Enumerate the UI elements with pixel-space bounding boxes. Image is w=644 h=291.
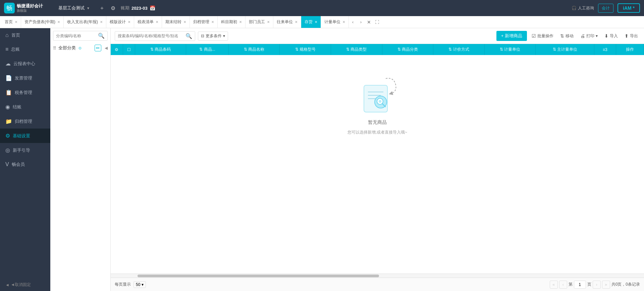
settings-icon[interactable]: ⚙ [109,4,117,13]
products-toolbar: 🔍 ⊟ 更多条件 ▾ + 新增商品 ☑ 批量操作 ⇅ [111,28,644,44]
page-size-selector[interactable]: 50 ▾ [133,281,146,288]
home-icon: ⌂ [5,32,9,38]
empty-state: 暂无商品 您可以选择新增,或者直接导入哦~ [111,55,644,155]
batch-icon: ☑ [532,33,536,39]
th-checkbox[interactable]: ☐ [123,44,135,55]
tab-close-counter[interactable]: ✕ [295,20,298,24]
collapse-panel-button[interactable]: ◀ [105,46,108,50]
tab-close-all-button[interactable]: ✕ [365,16,373,28]
scrollbar-thumb[interactable] [138,275,379,277]
move-button[interactable]: ⇅ 移动 [558,32,576,40]
horizontal-scrollbar[interactable] [111,274,644,278]
print-button[interactable]: 🖨 打印 ▾ [578,32,600,40]
period-value: 2023-03 [131,6,148,11]
th-config[interactable]: ⚙ [111,44,123,55]
product-search-box[interactable]: 🔍 [115,31,195,41]
sidebar-item-reports[interactable]: ☁ 云报表中心 [0,56,50,71]
export-button[interactable]: ⬆ 导出 [623,32,640,40]
move-icon: ⇅ [560,33,564,39]
filter-icon: ⊟ [201,34,204,38]
tab-close-balance[interactable]: ✕ [57,20,60,24]
cancel-pin-button[interactable]: ◄ ◄取消固定 [0,279,50,291]
add-tab-icon[interactable]: ＋ [98,3,106,13]
tab-counterpart[interactable]: 往来单位 ✕ [273,16,301,28]
tab-next-button[interactable]: › [357,16,365,28]
empty-svg [357,75,397,115]
headset-icon: 🎧 [572,6,577,10]
sidebar-item-guide[interactable]: ◎ 新手引导 [0,143,50,157]
prev-page-button[interactable]: ‹ [559,281,567,289]
tab-expand-button[interactable]: ⛶ [373,16,381,28]
main-layout: ⌂ 首页 ≡ 总账 ☁ 云报表中心 📄 发票管理 📋 税务管理 ◉ 结账 📁 归… [0,28,644,291]
page-navigation: « ‹ 第 页 › » 共0页，0条记录 [550,281,640,289]
sidebar-item-invoice[interactable]: 📄 发票管理 [0,71,50,85]
account-button[interactable]: 会计 [598,4,613,13]
add-product-button[interactable]: + 新增商品 [496,31,527,41]
import-button[interactable]: ⬇ 导入 [602,32,620,40]
sidebar-item-ledger[interactable]: ≡ 总账 [0,42,50,56]
next-page-button[interactable]: › [593,281,601,289]
tab-subject-init[interactable]: 科目期初 ✕ [218,16,246,28]
period-area: 账期 2023-03 📅 [121,5,155,11]
tab-close-subject[interactable]: ✕ [239,20,242,24]
grid-icon: ⠿ [53,46,56,51]
period-label: 账期 [121,5,129,11]
logo-area: 畅 畅捷通好会计 旗舰版 [4,3,54,13]
tab-home[interactable]: 首页 ✕ [1,16,21,28]
tab-template[interactable]: 模版设计 ✕ [106,16,134,28]
sidebar-item-vip[interactable]: V 畅会员 [0,157,50,172]
page-number-input[interactable] [574,281,586,289]
sidebar-item-archive[interactable]: 📁 归档管理 [0,114,50,129]
tab-unit[interactable]: 计量单位 ✕ [321,16,349,28]
th-barcode: ⇅ 商品条码 [135,44,186,55]
app-version: 旗舰版 [17,9,43,13]
iam-button[interactable]: iAM * [618,3,640,13]
category-edit-button[interactable]: ✏ [95,45,101,51]
tab-close-archive[interactable]: ✕ [211,20,214,24]
page-end-label: 页 [587,282,591,287]
tab-close-unit[interactable]: ✕ [342,20,345,24]
filter-button[interactable]: ⊟ 更多条件 ▾ [198,32,228,41]
tab-tax-list[interactable]: 税表清单 ✕ [134,16,162,28]
tab-close-home[interactable]: ✕ [15,20,17,24]
all-category-label: 全部分类 [58,45,76,51]
th-category: ⇅ 商品分类 [382,44,433,55]
category-search-box[interactable]: 🔍 [53,31,108,41]
sidebar: ⌂ 首页 ≡ 总账 ☁ 云报表中心 📄 发票管理 📋 税务管理 ◉ 结账 📁 归… [0,28,50,291]
tab-close-template[interactable]: ✕ [128,20,130,24]
tab-dept-staff[interactable]: 部门员工 ✕ [246,16,273,28]
header-actions: ＋ ⚙ [98,3,117,13]
tab-prev-button[interactable]: ‹ [349,16,357,28]
tab-balance-sheet[interactable]: 资产负债表(中期) ✕ [21,16,64,28]
tab-close-inventory[interactable]: ✕ [315,20,317,24]
sidebar-item-home[interactable]: ⌂ 首页 [0,28,50,42]
page-size-value: 50 [136,282,140,287]
consulting-button[interactable]: 🎧 人工咨询 [572,5,594,11]
first-page-button[interactable]: « [550,281,558,289]
tab-inventory[interactable]: 存货 ✕ [301,16,321,28]
tab-close-dept[interactable]: ✕ [267,20,270,24]
th-unit: ⇅ 计量单位 [484,44,536,55]
tab-close-period[interactable]: ✕ [183,20,186,24]
last-page-button[interactable]: » [602,281,610,289]
product-search-input[interactable] [118,34,183,38]
table-header-row: ⚙ ☐ ⇅ 商品条码 ⇅ 商品... ⇅ 商品名称 [111,44,644,55]
sidebar-item-tax[interactable]: 📋 税务管理 [0,85,50,100]
import-icon: ⬇ [604,33,608,39]
company-selector[interactable]: 基层工会测试 ▼ [58,5,90,11]
tab-archive[interactable]: 归档管理 ✕ [190,16,218,28]
tab-period-end[interactable]: 期末结转 ✕ [162,16,190,28]
tab-close-income[interactable]: ✕ [100,20,103,24]
category-search-input[interactable] [56,34,97,38]
tab-income[interactable]: 收入支出表(年报) ✕ [64,16,106,28]
calendar-icon[interactable]: 📅 [150,5,155,11]
tab-close-taxlist[interactable]: ✕ [156,20,158,24]
batch-action-button[interactable]: ☑ 批量操作 [530,32,555,40]
logo-text: 畅捷通好会计 旗舰版 [17,3,43,13]
sidebar-item-settle[interactable]: ◉ 结账 [0,100,50,114]
th-col3[interactable]: ≡3 [594,44,616,55]
logo-icon: 畅 [4,3,15,13]
sidebar-item-basic[interactable]: ⚙ 基础设置 [0,129,50,143]
product-search-icon[interactable]: 🔍 [185,33,192,39]
ledger-icon: ≡ [5,46,8,52]
